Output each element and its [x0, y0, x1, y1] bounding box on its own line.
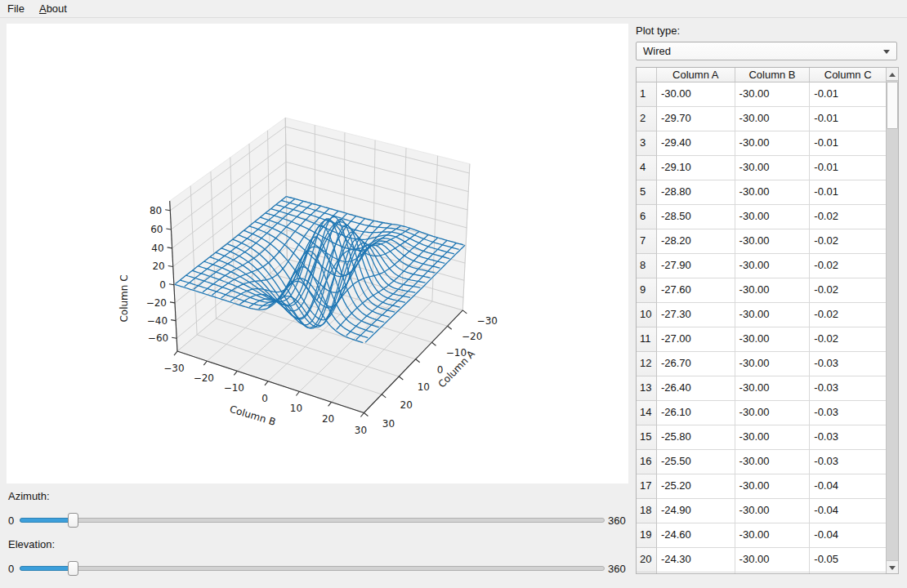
- row-number[interactable]: 6: [637, 205, 657, 229]
- table-cell[interactable]: -0.05: [810, 548, 887, 572]
- table-cell[interactable]: -26.10: [657, 401, 735, 425]
- table-cell[interactable]: -30.00: [735, 523, 811, 548]
- row-number[interactable]: 4: [637, 156, 657, 180]
- row-number[interactable]: 5: [637, 180, 657, 205]
- table-cell[interactable]: -30.00: [735, 425, 811, 450]
- azimuth-slider-handle[interactable]: [68, 513, 78, 528]
- table-cell[interactable]: -0.01: [810, 156, 887, 180]
- plot-type-combobox[interactable]: Wired: [636, 42, 897, 60]
- table-cell[interactable]: -0.02: [810, 254, 887, 278]
- table-cell[interactable]: -30.00: [735, 254, 811, 278]
- row-number[interactable]: 15: [637, 425, 657, 450]
- table-cell[interactable]: -27.30: [657, 303, 735, 327]
- table-cell[interactable]: -30.00: [735, 229, 811, 254]
- table-cell[interactable]: -24.30: [657, 548, 735, 572]
- table-cell[interactable]: -30.00: [735, 156, 811, 180]
- table-cell[interactable]: -0.02: [810, 278, 887, 303]
- table-header-column-c[interactable]: Column C: [810, 68, 887, 82]
- row-number[interactable]: 19: [637, 523, 657, 548]
- table-cell[interactable]: -28.80: [657, 180, 735, 205]
- table-cell[interactable]: -25.50: [657, 450, 735, 474]
- row-number[interactable]: 7: [637, 229, 657, 254]
- table-cell[interactable]: -30.00: [735, 352, 811, 376]
- table-cell[interactable]: -30.00: [735, 401, 811, 425]
- azimuth-slider[interactable]: 0 360: [0, 511, 633, 531]
- table-cell[interactable]: -0.03: [810, 401, 887, 425]
- row-number[interactable]: 9: [637, 278, 657, 303]
- row-number[interactable]: 16: [637, 450, 657, 474]
- table-cell[interactable]: -24.60: [657, 523, 735, 548]
- row-number[interactable]: [637, 572, 657, 574]
- row-number[interactable]: 3: [637, 131, 657, 156]
- row-number[interactable]: 2: [637, 107, 657, 131]
- elevation-slider-handle[interactable]: [68, 561, 78, 576]
- row-number[interactable]: 12: [637, 352, 657, 376]
- table-corner-cell[interactable]: [637, 68, 657, 82]
- table-cell[interactable]: [735, 572, 811, 574]
- table-cell[interactable]: -0.02: [810, 205, 887, 229]
- row-number[interactable]: 18: [637, 499, 657, 523]
- elevation-slider-groove[interactable]: [20, 566, 605, 571]
- table-cell[interactable]: -27.00: [657, 327, 735, 352]
- table-cell[interactable]: -0.03: [810, 376, 887, 401]
- table-cell[interactable]: -24.90: [657, 499, 735, 523]
- table-cell[interactable]: -30.00: [735, 131, 811, 156]
- row-number[interactable]: 10: [637, 303, 657, 327]
- table-cell[interactable]: -0.03: [810, 425, 887, 450]
- table-cell[interactable]: -0.03: [810, 450, 887, 474]
- table-cell[interactable]: -30.00: [735, 499, 811, 523]
- table-cell[interactable]: [657, 572, 735, 574]
- table-cell[interactable]: -27.90: [657, 254, 735, 278]
- table-cell[interactable]: -30.00: [735, 376, 811, 401]
- scrollbar-thumb[interactable]: [887, 82, 898, 129]
- table-cell[interactable]: -0.04: [810, 523, 887, 548]
- table-cell[interactable]: -0.01: [810, 180, 887, 205]
- table-cell[interactable]: -0.01: [810, 131, 887, 156]
- table-cell[interactable]: -26.40: [657, 376, 735, 401]
- table-cell[interactable]: -0.02: [810, 303, 887, 327]
- table-cell[interactable]: -0.01: [810, 82, 887, 107]
- table-cell[interactable]: -30.00: [735, 205, 811, 229]
- row-number[interactable]: 14: [637, 401, 657, 425]
- row-number[interactable]: 13: [637, 376, 657, 401]
- table-cell[interactable]: -30.00: [735, 474, 811, 499]
- table-cell[interactable]: -30.00: [657, 82, 735, 107]
- table-cell[interactable]: -30.00: [735, 548, 811, 572]
- table-cell[interactable]: -29.70: [657, 107, 735, 131]
- table-header-column-a[interactable]: Column A: [657, 68, 735, 82]
- row-number[interactable]: 1: [637, 82, 657, 107]
- table-cell[interactable]: -30.00: [735, 180, 811, 205]
- table-cell[interactable]: -0.04: [810, 474, 887, 499]
- table-cell[interactable]: -0.03: [810, 352, 887, 376]
- table-cell[interactable]: -28.20: [657, 229, 735, 254]
- scrollbar-down-button[interactable]: [887, 560, 898, 573]
- table-cell[interactable]: -30.00: [735, 278, 811, 303]
- table-cell[interactable]: -25.20: [657, 474, 735, 499]
- table-cell[interactable]: -25.80: [657, 425, 735, 450]
- table-cell[interactable]: -30.00: [735, 327, 811, 352]
- row-number[interactable]: 17: [637, 474, 657, 499]
- table-scrollbar[interactable]: [886, 68, 898, 573]
- table-cell[interactable]: -30.00: [735, 450, 811, 474]
- table-cell[interactable]: -29.10: [657, 156, 735, 180]
- elevation-slider[interactable]: 0 360: [0, 559, 633, 579]
- menu-item-file[interactable]: File: [0, 0, 32, 17]
- table-cell[interactable]: -0.02: [810, 327, 887, 352]
- table-cell[interactable]: -0.02: [810, 229, 887, 254]
- table-cell[interactable]: -28.50: [657, 205, 735, 229]
- row-number[interactable]: 20: [637, 548, 657, 572]
- row-number[interactable]: 11: [637, 327, 657, 352]
- menu-item-about[interactable]: About: [32, 0, 74, 17]
- table-cell[interactable]: -26.70: [657, 352, 735, 376]
- table-cell[interactable]: -0.01: [810, 107, 887, 131]
- table-cell[interactable]: -30.00: [735, 82, 811, 107]
- table-cell[interactable]: -30.00: [735, 303, 811, 327]
- azimuth-slider-groove[interactable]: [20, 518, 605, 523]
- table-cell[interactable]: -27.60: [657, 278, 735, 303]
- table-cell[interactable]: -29.40: [657, 131, 735, 156]
- table-cell[interactable]: -30.00: [735, 107, 811, 131]
- row-number[interactable]: 8: [637, 254, 657, 278]
- scrollbar-up-button[interactable]: [887, 68, 898, 81]
- table-cell[interactable]: [810, 572, 887, 574]
- table-header-column-b[interactable]: Column B: [735, 68, 811, 82]
